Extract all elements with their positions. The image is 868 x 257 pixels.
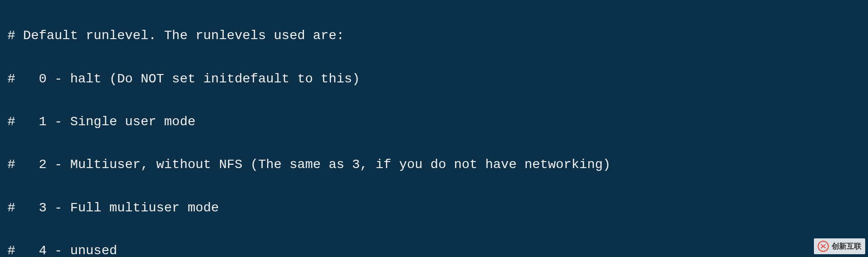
terminal-line: # Default runlevel. The runlevels used a… (7, 25, 861, 47)
watermark: 创新互联 (814, 238, 865, 254)
watermark-logo-icon (818, 241, 829, 252)
terminal-line: # 2 - Multiuser, without NFS (The same a… (7, 154, 861, 176)
watermark-text: 创新互联 (832, 240, 861, 252)
terminal-line: # 3 - Full multiuser mode (7, 197, 861, 219)
terminal-line: # 1 - Single user mode (7, 111, 861, 133)
terminal-line: # 4 - unused (7, 240, 861, 257)
terminal-output: # Default runlevel. The runlevels used a… (7, 4, 861, 257)
terminal-line: # 0 - halt (Do NOT set initdefault to th… (7, 68, 861, 90)
